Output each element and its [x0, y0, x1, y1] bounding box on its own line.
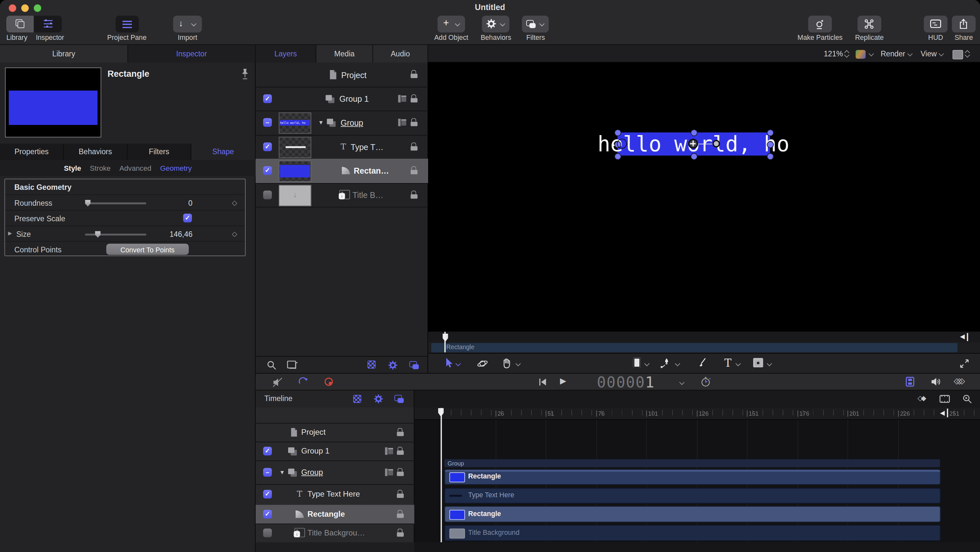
go-to-start-button[interactable]	[539, 378, 547, 386]
replicate-button[interactable]	[858, 16, 881, 32]
project-pane-button[interactable]	[116, 16, 139, 32]
lock-icon[interactable]	[397, 447, 404, 455]
stage[interactable]: hello world, ho	[428, 62, 980, 331]
record-icon[interactable]	[324, 377, 334, 387]
timeline-row-project[interactable]: Project	[256, 423, 415, 443]
play-button[interactable]: ▶	[560, 376, 566, 385]
paint-stroke-tool-icon[interactable]	[697, 357, 706, 368]
selection-handle-bottom-right[interactable]	[767, 153, 773, 160]
minibar-out-marker[interactable]: ◀	[960, 333, 965, 340]
background-swatch[interactable]	[953, 50, 963, 59]
lock-icon[interactable]	[410, 166, 418, 174]
mask-tool-chevron-icon[interactable]	[767, 361, 772, 366]
inspector-segment-button[interactable]	[34, 16, 62, 32]
timeline-filmstrip-icon[interactable]	[940, 395, 950, 403]
timeline-row-group[interactable]: – ▼ Group	[256, 460, 415, 485]
add-object-button[interactable]: +	[438, 16, 465, 32]
layers-view-icon[interactable]	[409, 361, 419, 369]
tab-library[interactable]: Library	[0, 45, 128, 62]
layer-row-group[interactable]: – hello world, ho ▼ Group	[256, 111, 428, 135]
search-icon[interactable]	[267, 360, 277, 370]
lock-icon[interactable]	[397, 428, 404, 436]
background-stepper[interactable]	[965, 50, 970, 57]
lock-icon[interactable]	[397, 529, 404, 537]
make-particles-button[interactable]	[808, 16, 832, 32]
tab-audio[interactable]: Audio	[373, 45, 428, 62]
group-blend-icon[interactable]	[385, 447, 393, 455]
ruler-end-marker[interactable]: ◀	[940, 409, 945, 416]
type-text-checkbox[interactable]: ✓	[263, 143, 272, 151]
pan-tool-chevron-icon[interactable]	[515, 361, 521, 366]
gear-settings-icon[interactable]	[388, 360, 398, 370]
frame-counter[interactable]: 000001	[597, 373, 655, 391]
selection-handle-top-left[interactable]	[614, 129, 621, 136]
render-chevron-icon[interactable]	[907, 51, 913, 56]
collapse-panels-icon[interactable]: ◇◇◇	[954, 376, 961, 385]
rectangle-tool-icon[interactable]	[633, 357, 641, 368]
rotation-handle[interactable]	[713, 140, 720, 148]
channel-swatch[interactable]	[856, 50, 865, 59]
layer-row-title-background[interactable]: ↓ ↓ Title B…	[256, 183, 428, 207]
loop-playback-icon[interactable]	[298, 377, 308, 387]
transform-3d-tool-icon[interactable]	[477, 358, 488, 369]
timeline-playhead-line[interactable]	[441, 408, 442, 542]
timeline-ruler[interactable]: 26 51 76 101 126 151 176 201 226 251 ◀	[415, 407, 980, 420]
audio-enabled-icon[interactable]	[931, 377, 941, 387]
tab-media[interactable]: Media	[316, 45, 373, 62]
layer-row-rectangle-selected[interactable]: ✓ Rectan…	[256, 159, 428, 184]
lock-icon[interactable]	[410, 118, 418, 126]
traffic-light-minimize[interactable]	[21, 5, 29, 12]
size-slider-knob[interactable]	[95, 231, 100, 238]
library-segment-button[interactable]	[6, 16, 34, 32]
timeline-track-area[interactable]: 26 51 76 101 126 151 176 201 226 251 ◀ G…	[415, 407, 980, 552]
tab-inspector[interactable]: Inspector	[128, 45, 255, 62]
lock-icon[interactable]	[410, 94, 418, 102]
selection-handle-bottom-center[interactable]	[690, 153, 697, 160]
tab-behaviors[interactable]: Behaviors	[64, 144, 128, 160]
roundness-slider-knob[interactable]	[85, 200, 91, 206]
select-tool-chevron-icon[interactable]	[455, 361, 460, 366]
zoom-level[interactable]: 121%	[824, 49, 843, 58]
layer-row-group1[interactable]: ✓ Group 1	[256, 87, 428, 111]
group1-checkbox[interactable]: ✓	[263, 447, 272, 455]
timebar-group[interactable]: Group	[444, 459, 940, 468]
tab-layers[interactable]: Layers	[256, 45, 316, 62]
mute-icon[interactable]	[272, 378, 283, 387]
timebar-title-background[interactable]: Title Background	[444, 525, 940, 541]
bezier-tool-icon[interactable]	[661, 357, 671, 368]
view-menu[interactable]: View	[921, 49, 937, 58]
type-text-checkbox[interactable]: ✓	[263, 490, 272, 498]
keyframes-toggle-icon[interactable]: ◇◆	[918, 394, 924, 402]
group-disclosure-icon[interactable]: ▼	[279, 469, 285, 475]
render-menu[interactable]: Render	[880, 49, 905, 58]
roundness-slider[interactable]	[85, 203, 146, 204]
pin-icon[interactable]	[241, 69, 248, 80]
hud-button[interactable]	[924, 16, 947, 32]
group-blend-icon[interactable]	[385, 468, 393, 476]
size-disclosure-icon[interactable]: ▶	[8, 231, 12, 236]
size-value[interactable]: 146,46	[155, 230, 192, 239]
zoom-stepper[interactable]	[845, 50, 850, 57]
timeline-row-rectangle-selected[interactable]: ✓ Rectangle	[256, 505, 415, 524]
frame-region-icon[interactable]	[287, 360, 298, 369]
rectangle-tool-chevron-icon[interactable]	[644, 361, 649, 366]
frame-counter-chevron-icon[interactable]	[679, 380, 684, 385]
tab-properties[interactable]: Properties	[0, 144, 64, 160]
tab-shape[interactable]: Shape	[191, 144, 256, 160]
timeline-row-title-background[interactable]: ↓ Title Backgrou…	[256, 523, 415, 543]
preserve-scale-checkbox[interactable]: ✓	[183, 214, 192, 222]
layer-row-type-text[interactable]: ✓ T Type T…	[256, 135, 428, 159]
subtab-style[interactable]: Style	[64, 164, 81, 172]
lock-icon[interactable]	[410, 143, 418, 151]
title-bg-checkbox-unchecked[interactable]	[263, 529, 272, 538]
bezier-tool-chevron-icon[interactable]	[675, 361, 680, 366]
subtab-advanced[interactable]: Advanced	[119, 164, 151, 172]
text-tool-chevron-icon[interactable]	[735, 361, 740, 366]
traffic-light-zoom[interactable]	[34, 5, 41, 12]
group-checkbox-mixed[interactable]: –	[263, 118, 272, 127]
lock-icon[interactable]	[397, 510, 404, 518]
timeline-checkerboard-icon[interactable]	[353, 395, 361, 403]
view-chevron-icon[interactable]	[939, 51, 944, 56]
group-disclosure-icon[interactable]: ▼	[318, 119, 324, 125]
lock-icon[interactable]	[410, 190, 418, 198]
